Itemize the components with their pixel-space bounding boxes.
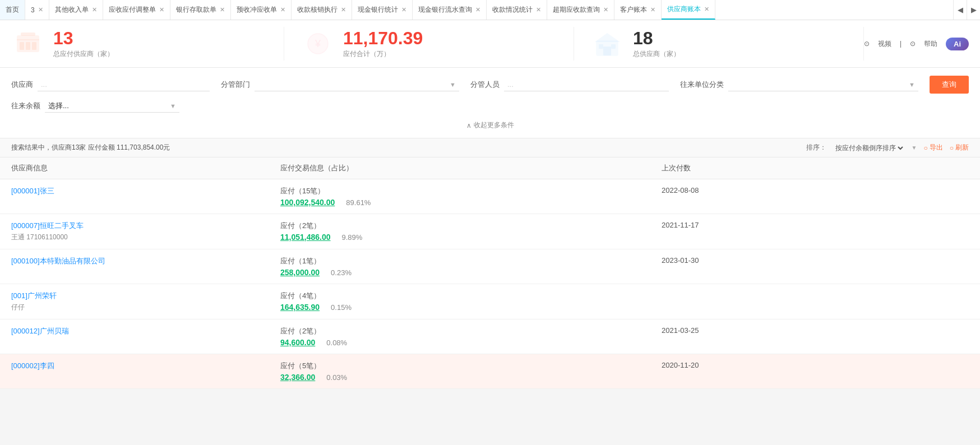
category-label: 往来单位分类 [680,80,724,90]
payable-amount[interactable]: 258,000.00 [280,268,320,277]
close-icon[interactable]: ✕ [536,6,541,13]
supplier-sub: 王通 17106110000 [11,233,258,242]
video-link[interactable]: 视频 [878,39,891,49]
supplier-link[interactable]: [000002]李四 [11,361,54,370]
last-pay-cell: 2021-11-17 [650,214,980,249]
nav-prev-button[interactable]: ◀ [953,0,967,20]
sort-section: 排序： 按应付余额倒序排序 ▼ ○ 导出 ○ 刷新 [806,143,969,152]
supplier-info-cell: [001]广州荣轩仔仔 [0,284,269,319]
chevron-down-icon: ▼ [450,81,456,88]
nav-item-cash-bank-stat[interactable]: 现金银行统计 ✕ [352,0,413,20]
refresh-button[interactable]: ○ 刷新 [950,143,969,152]
table-row: [000012]广州贝瑞应付（2笔）94,600.000.08%2021-03-… [0,319,980,354]
supplier-link[interactable]: [000007]恒旺二手叉车 [11,221,84,230]
payable-count: 应付（4笔） [280,291,639,301]
balance-select[interactable]: 选择... [48,101,176,110]
department-select-wrapper[interactable]: ▼ [255,78,459,91]
transaction-cell: 应付（15笔）100,092,540.0089.61% [269,179,650,214]
close-icon[interactable]: ✕ [475,6,480,13]
payable-total-stat: ¥ 11,170.39 应付合计（万） [284,27,574,61]
total-suppliers-number: 18 [633,29,680,47]
collapse-bar: ∧ 收起更多条件 [11,118,969,132]
balance-select-wrapper[interactable]: 选择... ▼ [45,99,179,113]
nav-item-supplier-ledger[interactable]: 供应商账本 ✕ [662,0,715,20]
svg-rect-12 [599,44,603,49]
search-area: 供应商 分管部门 ▼ 分管人员 往来单位分类 ▼ [0,68,980,138]
supplier-info-cell: [000007]恒旺二手叉车王通 17106110000 [0,214,269,249]
nav-item-receipt-stat[interactable]: 收款情况统计 ✕ [487,0,547,20]
person-field: 分管人员 [470,78,669,91]
payable-count: 应付（1笔） [280,256,639,266]
sort-prefix: 排序： [806,143,826,152]
table-row: [001]广州荣轩仔仔应付（4笔）164,635.900.15% [0,284,980,319]
payable-percent: 0.08% [326,339,347,347]
nav-item-receipt-verify[interactable]: 收款核销执行 ✕ [292,0,352,20]
close-icon[interactable]: ✕ [159,6,164,13]
svg-marker-10 [595,33,620,42]
sort-select[interactable]: 按应付余额倒序排序 [833,143,905,152]
query-button[interactable]: 查询 [930,76,969,94]
nav-item-cash-flow[interactable]: 现金银行流水查询 ✕ [413,0,487,20]
supplier-link[interactable]: [000012]广州贝瑞 [11,327,69,335]
payable-amount[interactable]: 94,600.00 [280,338,315,347]
close-icon[interactable]: ✕ [401,6,406,13]
department-field: 分管部门 ▼ [221,78,459,91]
col-transaction: 应付交易信息（占比） [269,157,650,179]
balance-field: 往来余额 选择... ▼ [11,99,179,113]
person-input[interactable] [504,78,669,91]
last-pay-date: 2023-01-30 [662,256,969,265]
svg-rect-13 [611,44,616,49]
payable-amount[interactable]: 164,635.90 [280,303,320,312]
table-row: [000002]李四应付（5笔）32,366.000.03%2020-11-20 [0,354,980,389]
search-row-1: 供应商 分管部门 ▼ 分管人员 往来单位分类 ▼ [11,76,969,94]
nav-item-bank-deposit[interactable]: 银行存取款单 ✕ [170,0,231,20]
last-pay-date: 2021-03-25 [662,326,969,335]
balance-label: 往来余额 [11,101,40,111]
nav-item-ar-ap-adjust[interactable]: 应收应付调整单 ✕ [103,0,170,20]
payable-amount[interactable]: 100,092,540.00 [280,198,335,207]
nav-item-prepay-ar[interactable]: 预收冲应收单 ✕ [231,0,292,20]
payable-percent: 0.23% [331,268,352,277]
close-icon[interactable]: ✕ [220,6,225,13]
nav-item-customer-ledger[interactable]: 客户账本 ✕ [614,0,662,20]
table-row: [000007]恒旺二手叉车王通 17106110000应付（2笔）11,051… [0,214,980,249]
collapse-button[interactable]: ∧ 收起更多条件 [466,120,514,130]
nav-next-button[interactable]: ▶ [967,0,980,20]
export-button[interactable]: ○ 导出 [924,143,943,152]
nav-item-other-income[interactable]: 其他收入单 ✕ [49,0,103,20]
ai-button[interactable]: Ai [946,38,969,50]
nav-item-tab3[interactable]: 3 ✕ [25,0,49,20]
close-icon[interactable]: ✕ [280,6,285,13]
department-select[interactable] [258,80,456,89]
supplier-link[interactable]: [000100]本特勤油品有限公司 [11,257,105,265]
supplier-link[interactable]: [000001]张三 [11,187,54,195]
close-icon[interactable]: ✕ [704,6,709,13]
help-link[interactable]: 帮助 [924,39,937,49]
payable-amount[interactable]: 32,366.00 [280,373,315,382]
nav-item-home[interactable]: 首页 [0,0,25,20]
close-icon[interactable]: ✕ [650,6,655,13]
payable-total-icon: ¥ [301,27,335,61]
chevron-down-icon-3: ▼ [170,103,176,109]
supplier-link[interactable]: [001]广州荣轩 [11,291,57,300]
payable-amount[interactable]: 11,051,486.00 [280,233,331,242]
nav-item-overdue-ar[interactable]: 超期应收款查询 ✕ [547,0,614,20]
payable-suppliers-label: 总应付供应商（家） [53,49,114,59]
svg-text:¥: ¥ [315,38,321,49]
supplier-info-cell: [000012]广州贝瑞 [0,319,269,354]
category-select-wrapper[interactable]: ▼ [728,78,918,91]
nav-bar: 首页 3 ✕ 其他收入单 ✕ 应收应付调整单 ✕ 银行存取款单 ✕ 预收冲应收单… [0,0,980,20]
chevron-up-icon: ∧ [466,122,471,129]
last-pay-cell: 2021-03-25 [650,319,980,354]
category-select[interactable] [732,80,915,89]
last-pay-cell: 2020-11-20 [650,354,980,389]
table-row: [000100]本特勤油品有限公司应付（1笔）258,000.000.23%20… [0,249,980,284]
close-icon[interactable]: ✕ [603,6,608,13]
last-pay-cell: 2023-01-30 [650,249,980,284]
close-icon[interactable]: ✕ [92,6,97,13]
close-icon[interactable]: ✕ [341,6,346,13]
header-stats: 13 总应付供应商（家） ¥ 11,170.39 应付合计（万） [0,20,980,68]
close-icon[interactable]: ✕ [38,6,43,13]
supplier-input[interactable] [38,78,210,91]
chevron-down-sort-icon: ▼ [912,145,917,151]
